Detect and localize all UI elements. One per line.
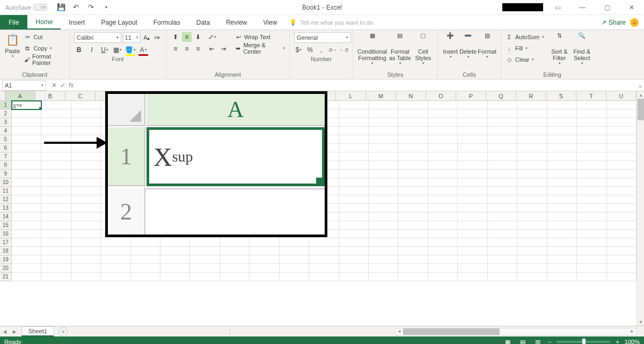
cell-b11[interactable] [41, 187, 71, 195]
cell-u13[interactable] [607, 204, 636, 213]
cell-o3[interactable] [428, 118, 458, 127]
cell-p20[interactable] [458, 264, 487, 273]
cell-q14[interactable] [488, 213, 517, 221]
cell-c2[interactable] [71, 109, 101, 118]
cell-u4[interactable] [607, 127, 636, 135]
cell-c18[interactable] [71, 247, 101, 255]
cell-m7[interactable] [369, 152, 398, 161]
fill-color-button[interactable]: 🪣▾ [126, 45, 135, 55]
row-header-6[interactable]: 6 [0, 144, 12, 152]
cell-u18[interactable] [607, 247, 636, 255]
cell-o7[interactable] [428, 152, 458, 161]
undo-icon[interactable]: ↶ [72, 3, 80, 12]
cell-h19[interactable] [220, 255, 250, 264]
formula-input[interactable] [79, 80, 636, 91]
normal-view-icon[interactable]: ▦ [503, 338, 513, 344]
cell-l17[interactable] [339, 238, 369, 247]
tab-insert[interactable]: Insert [61, 15, 93, 30]
cell-m10[interactable] [369, 178, 398, 187]
cell-j18[interactable] [280, 247, 309, 255]
cell-q7[interactable] [488, 152, 517, 161]
sheet-nav-next-icon[interactable]: ► [10, 328, 19, 335]
cell-c11[interactable] [71, 187, 101, 195]
cell-s20[interactable] [547, 264, 577, 273]
cell-h17[interactable] [220, 238, 250, 247]
cell-u11[interactable] [607, 187, 636, 195]
cell-e19[interactable] [131, 255, 160, 264]
cell-r5[interactable] [517, 135, 547, 144]
font-size-select[interactable]: 11▾ [123, 32, 141, 43]
cell-o4[interactable] [428, 127, 458, 135]
clear-button[interactable]: ◇Clear▾ [506, 55, 544, 64]
cell-m14[interactable] [369, 213, 398, 221]
cell-s19[interactable] [547, 255, 577, 264]
decrease-font-icon[interactable]: A▾ [153, 33, 162, 42]
cell-a15[interactable] [12, 221, 41, 230]
cell-p14[interactable] [458, 213, 487, 221]
cell-b17[interactable] [41, 238, 71, 247]
cell-a16[interactable] [12, 230, 41, 238]
cell-p5[interactable] [458, 135, 487, 144]
cell-u12[interactable] [607, 195, 636, 204]
cell-l10[interactable] [339, 178, 369, 187]
row-header-20[interactable]: 20 [0, 264, 12, 273]
cell-q6[interactable] [488, 144, 517, 152]
cell-l14[interactable] [339, 213, 369, 221]
zoom-level[interactable]: 100% [625, 339, 640, 344]
cell-s17[interactable] [547, 238, 577, 247]
cell-t20[interactable] [577, 264, 606, 273]
row-header-9[interactable]: 9 [0, 170, 12, 178]
cell-j17[interactable] [280, 238, 309, 247]
zoom-slider[interactable] [557, 341, 610, 343]
col-header-m[interactable]: M [366, 91, 396, 101]
cell-b18[interactable] [41, 247, 71, 255]
cell-r3[interactable] [517, 118, 547, 127]
cell-b16[interactable] [41, 230, 71, 238]
cell-u20[interactable] [607, 264, 636, 273]
cell-a13[interactable] [12, 204, 41, 213]
cell-g18[interactable] [190, 247, 219, 255]
cell-n20[interactable] [398, 264, 428, 273]
cell-o10[interactable] [428, 178, 458, 187]
cell-k21[interactable] [309, 273, 339, 281]
cell-s8[interactable] [547, 161, 577, 170]
cell-t14[interactable] [577, 213, 606, 221]
cell-n16[interactable] [398, 230, 428, 238]
cell-q8[interactable] [488, 161, 517, 170]
cell-s16[interactable] [547, 230, 577, 238]
cell-p21[interactable] [458, 273, 487, 281]
cell-p6[interactable] [458, 144, 487, 152]
cell-p1[interactable] [458, 101, 487, 109]
cell-i17[interactable] [250, 238, 279, 247]
row-header-18[interactable]: 18 [0, 247, 12, 255]
cell-r6[interactable] [517, 144, 547, 152]
cell-o5[interactable] [428, 135, 458, 144]
cell-r14[interactable] [517, 213, 547, 221]
cell-c17[interactable] [71, 238, 101, 247]
cell-n6[interactable] [398, 144, 428, 152]
cell-q2[interactable] [488, 109, 517, 118]
cell-s9[interactable] [547, 170, 577, 178]
cell-l9[interactable] [339, 170, 369, 178]
cell-a21[interactable] [12, 273, 41, 281]
scroll-down-icon[interactable]: ▼ [637, 318, 644, 326]
cell-q20[interactable] [488, 264, 517, 273]
cell-l21[interactable] [339, 273, 369, 281]
cell-p3[interactable] [458, 118, 487, 127]
horizontal-scrollbar[interactable]: ◄ ► [395, 328, 636, 335]
row-header-21[interactable]: 21 [0, 273, 12, 281]
cell-c15[interactable] [71, 221, 101, 230]
cell-s3[interactable] [547, 118, 577, 127]
cell-n19[interactable] [398, 255, 428, 264]
decrease-decimal-icon[interactable]: ←.0 [339, 45, 348, 55]
cell-u9[interactable] [607, 170, 636, 178]
cell-m6[interactable] [369, 144, 398, 152]
cell-p2[interactable] [458, 109, 487, 118]
cell-e21[interactable] [131, 273, 160, 281]
cell-r10[interactable] [517, 178, 547, 187]
cell-l1[interactable] [339, 101, 369, 109]
cell-l6[interactable] [339, 144, 369, 152]
cell-k17[interactable] [309, 238, 339, 247]
cell-l4[interactable] [339, 127, 369, 135]
cell-b13[interactable] [41, 204, 71, 213]
